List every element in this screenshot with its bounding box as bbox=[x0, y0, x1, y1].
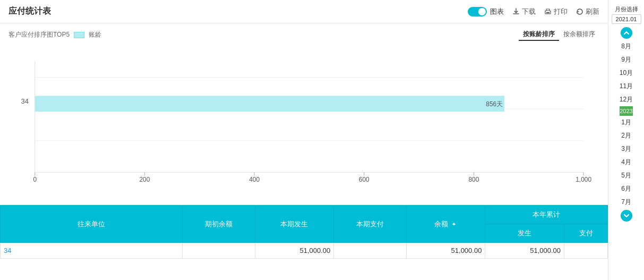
year-input[interactable] bbox=[612, 14, 641, 24]
nav-up-button[interactable] bbox=[621, 27, 632, 39]
x-label-200: 200 bbox=[139, 176, 150, 183]
refresh-label: 刷新 bbox=[586, 7, 599, 16]
month-item[interactable]: 6月 bbox=[620, 182, 633, 196]
chart-svg: 34 856天 0 200 400 bbox=[14, 45, 594, 199]
chevron-down-icon bbox=[623, 213, 630, 219]
page-title: 应付统计表 bbox=[8, 6, 51, 17]
toggle-track bbox=[468, 7, 487, 16]
month-item[interactable]: 9月 bbox=[620, 53, 633, 66]
x-label-1000: 1,000 bbox=[576, 176, 591, 183]
chart-section: 客户应付排序图TOP5 账龄 按账龄排序 按余额排序 34 bbox=[0, 23, 608, 205]
refresh-icon bbox=[576, 8, 583, 15]
month-item[interactable]: 3月 bbox=[620, 142, 633, 156]
chart-legend-box-label: 账龄 bbox=[89, 30, 101, 39]
month-item[interactable]: 5月 bbox=[620, 169, 633, 182]
chart-canvas: 34 856天 0 200 400 bbox=[14, 45, 594, 199]
col-header-period-occur: 本期发生 bbox=[255, 206, 334, 243]
sort-by-amount-btn[interactable]: 按余额排序 bbox=[559, 29, 599, 41]
download-label: 下载 bbox=[522, 7, 536, 16]
chevron-up-icon bbox=[623, 30, 630, 36]
cell-ytd-occur: 51,000.00 bbox=[485, 243, 564, 259]
cell-period-pay bbox=[334, 243, 406, 259]
table-row: 34 51,000.00 51,000.00 51,000.00 bbox=[1, 243, 608, 259]
print-icon bbox=[544, 8, 552, 15]
chart-toggle[interactable]: 图表 bbox=[468, 7, 504, 16]
balance-sort-icon bbox=[451, 221, 457, 227]
chart-toggle-label: 图表 bbox=[490, 7, 504, 16]
month-item[interactable]: 1月 bbox=[620, 116, 633, 129]
svg-rect-1 bbox=[546, 12, 549, 13]
col-header-origin: 往来单位 bbox=[1, 206, 183, 243]
data-table: 往来单位 期初余额 本期发生 本期支付 余额 本年累计 bbox=[0, 205, 608, 259]
cell-balance: 51,000.00 bbox=[406, 243, 485, 259]
month-list: 8月9月10月11月12月20231月2月3月4月5月6月7月 bbox=[620, 40, 633, 209]
month-item[interactable]: 4月 bbox=[620, 156, 633, 169]
month-item[interactable]: 7月 bbox=[620, 196, 633, 209]
month-item[interactable]: 8月 bbox=[620, 40, 633, 53]
col-header-ytd-pay: 支付 bbox=[564, 224, 608, 243]
y-label: 34 bbox=[21, 97, 28, 105]
table-section: 往来单位 期初余额 本期发生 本期支付 余额 本年累计 bbox=[0, 205, 608, 280]
nav-down-button[interactable] bbox=[621, 210, 632, 222]
x-label-600: 600 bbox=[359, 176, 370, 183]
print-label: 打印 bbox=[554, 7, 568, 16]
cell-period-occur: 51,000.00 bbox=[255, 243, 334, 259]
page-header: 应付统计表 图表 下载 bbox=[0, 0, 608, 23]
col-header-period-pay: 本期支付 bbox=[334, 206, 406, 243]
cell-origin: 34 bbox=[1, 243, 183, 259]
download-icon bbox=[512, 8, 520, 15]
refresh-button[interactable]: 刷新 bbox=[576, 7, 599, 16]
table-header-row: 往来单位 期初余额 本期发生 本期支付 余额 本年累计 bbox=[1, 206, 608, 224]
toggle-thumb bbox=[478, 8, 486, 15]
x-label-400: 400 bbox=[249, 176, 260, 183]
header-actions: 图表 下载 打印 bbox=[468, 7, 599, 16]
sort-by-balance-btn[interactable]: 按账龄排序 bbox=[519, 29, 559, 41]
bar-value-label: 856天 bbox=[486, 100, 503, 108]
col-header-ytd: 本年累计 bbox=[485, 206, 608, 224]
month-item[interactable]: 11月 bbox=[620, 80, 633, 93]
chart-legend: 客户应付排序图TOP5 账龄 bbox=[8, 30, 101, 39]
sidebar-title: 月份选择 bbox=[613, 2, 640, 14]
download-button[interactable]: 下载 bbox=[512, 7, 536, 16]
x-label-0: 0 bbox=[33, 176, 37, 183]
cell-ytd-pay bbox=[564, 243, 608, 259]
year-label: 2023 bbox=[620, 106, 633, 116]
chart-bar bbox=[35, 96, 504, 112]
table-body: 34 51,000.00 51,000.00 51,000.00 bbox=[1, 243, 608, 259]
month-item[interactable]: 10月 bbox=[620, 66, 633, 80]
col-header-ytd-occur: 发生 bbox=[485, 224, 564, 243]
month-sidebar: 月份选择 8月9月10月11月12月20231月2月3月4月5月6月7月 bbox=[608, 0, 644, 280]
chart-sort-buttons: 按账龄排序 按余额排序 bbox=[519, 29, 599, 41]
cell-period-balance bbox=[183, 243, 255, 259]
legend-box bbox=[74, 32, 84, 38]
col-header-period-balance: 期初余额 bbox=[183, 206, 255, 243]
print-button[interactable]: 打印 bbox=[544, 7, 568, 16]
chart-header: 客户应付排序图TOP5 账龄 按账龄排序 按余额排序 bbox=[8, 29, 599, 41]
col-header-balance: 余额 bbox=[406, 206, 485, 243]
x-label-800: 800 bbox=[469, 176, 479, 183]
month-item[interactable]: 2月 bbox=[620, 129, 633, 142]
month-item[interactable]: 12月 bbox=[620, 93, 633, 106]
chart-legend-label: 客户应付排序图TOP5 bbox=[8, 30, 70, 39]
